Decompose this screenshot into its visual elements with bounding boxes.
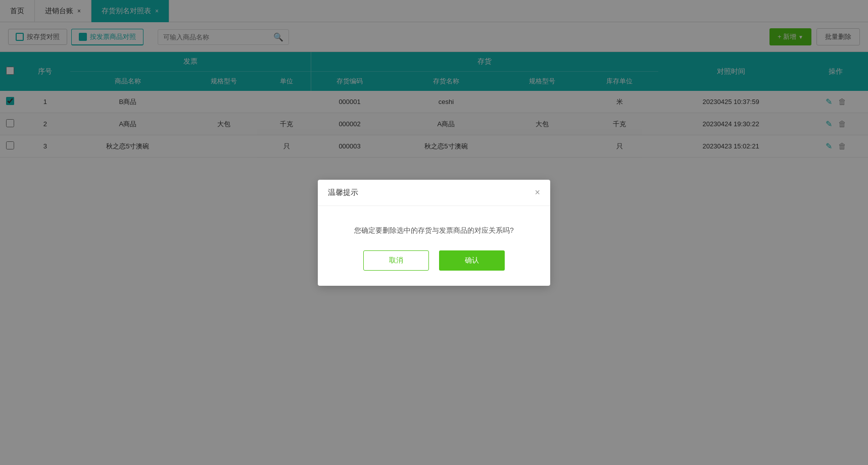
cancel-button[interactable]: 取消 xyxy=(363,250,429,271)
confirm-button[interactable]: 确认 xyxy=(439,250,505,271)
dialog-body: 您确定要删除选中的存货与发票商品的对应关系吗? xyxy=(318,206,550,250)
dialog-header: 温馨提示 × xyxy=(318,180,550,206)
dialog-title: 温馨提示 xyxy=(328,188,358,197)
dialog-message: 您确定要删除选中的存货与发票商品的对应关系吗? xyxy=(354,226,514,234)
dialog-footer: 取消 确认 xyxy=(318,250,550,286)
dialog-overlay: 温馨提示 × 您确定要删除选中的存货与发票商品的对应关系吗? 取消 确认 xyxy=(0,0,868,465)
dialog-close-button[interactable]: × xyxy=(535,188,540,197)
confirm-dialog: 温馨提示 × 您确定要删除选中的存货与发票商品的对应关系吗? 取消 确认 xyxy=(318,180,550,286)
